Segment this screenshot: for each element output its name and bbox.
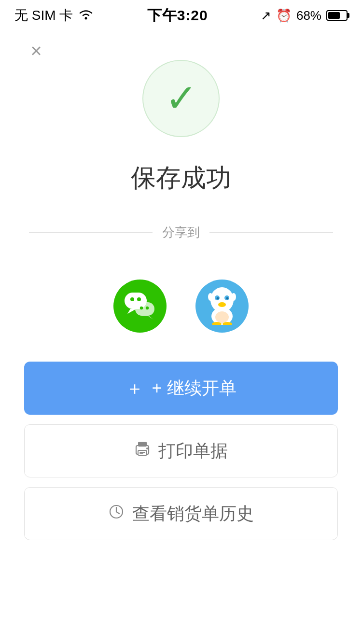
continue-button[interactable]: ＋ + 继续开单 (24, 362, 338, 415)
svg-point-14 (218, 302, 226, 307)
qq-icon (205, 287, 239, 325)
status-time: 下午3:20 (147, 6, 208, 26)
svg-rect-5 (135, 302, 154, 316)
close-icon: × (30, 41, 42, 60)
svg-point-20 (231, 293, 236, 301)
no-sim-label: 无 SIM 卡 (14, 6, 73, 25)
action-buttons: ＋ + 继续开单 打印单据 (0, 362, 362, 540)
history-label: 查看销货单历史 (132, 502, 254, 526)
wechat-share-button[interactable] (113, 280, 167, 333)
svg-point-19 (208, 293, 213, 301)
qq-share-button[interactable] (195, 280, 249, 333)
svg-rect-24 (139, 452, 145, 453)
history-icon (108, 504, 125, 524)
share-label: 分享到 (162, 224, 200, 241)
share-icons-row (113, 280, 249, 333)
status-bar: 无 SIM 卡 下午3:20 ↗ ⏰ 68% (0, 0, 362, 31)
wifi-icon (78, 7, 94, 24)
svg-point-26 (146, 448, 148, 449)
close-button[interactable]: × (24, 39, 48, 63)
checkmark-icon: ✓ (165, 79, 197, 118)
svg-point-7 (146, 307, 149, 309)
svg-rect-22 (138, 442, 147, 447)
svg-point-2 (130, 297, 134, 301)
svg-point-12 (217, 297, 219, 300)
history-button[interactable]: 查看销货单历史 (24, 487, 338, 540)
battery-label: 68% (296, 8, 321, 23)
alarm-icon: ⏰ (276, 8, 292, 23)
print-icon (134, 441, 151, 461)
print-button[interactable]: 打印单据 (24, 424, 338, 477)
status-left: 无 SIM 卡 (14, 6, 94, 25)
plus-icon: ＋ (125, 376, 144, 401)
success-title: 保存成功 (131, 161, 231, 195)
main-content: ✓ 保存成功 分享到 (0, 31, 362, 540)
continue-label: + 继续开单 (152, 377, 236, 400)
svg-marker-4 (127, 309, 136, 314)
location-icon: ↗ (261, 8, 271, 23)
svg-point-16 (215, 311, 229, 323)
divider-left (29, 232, 153, 233)
svg-point-3 (137, 297, 141, 301)
share-section: 分享到 (0, 224, 362, 260)
svg-point-13 (226, 297, 229, 300)
success-circle: ✓ (142, 60, 220, 137)
svg-rect-25 (139, 453, 143, 454)
status-right: ↗ ⏰ 68% (261, 8, 348, 23)
battery-icon (326, 10, 348, 21)
wechat-icon (124, 293, 156, 320)
print-label: 打印单据 (158, 439, 228, 463)
svg-marker-8 (148, 316, 153, 320)
svg-point-6 (140, 307, 143, 309)
divider-right (209, 232, 333, 233)
svg-point-0 (85, 17, 87, 19)
share-label-row: 分享到 (29, 224, 333, 241)
